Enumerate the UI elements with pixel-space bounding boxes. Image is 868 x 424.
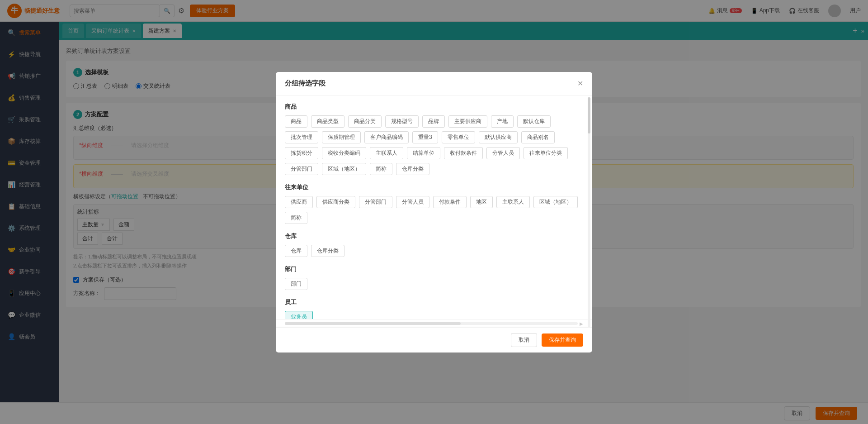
section-product-title: 商品 [285, 103, 583, 111]
section-warehouse: 仓库 仓库 仓库分类 [285, 232, 583, 257]
field-weight3[interactable]: 重量3 [412, 131, 438, 143]
field-default-warehouse[interactable]: 默认仓库 [517, 115, 551, 128]
field-short-name2[interactable]: 简称 [285, 212, 307, 224]
modal-body[interactable]: 商品 商品 商品类型 商品分类 规格型号 品牌 主要供应商 产地 默认仓库 批次… [276, 95, 592, 319]
field-supplier[interactable]: 供应商 [285, 196, 313, 208]
modal-header: 分组待选字段 ✕ [276, 72, 592, 95]
field-settlement-unit[interactable]: 结算单位 [407, 147, 440, 159]
warehouse-field-grid: 仓库 仓库分类 [285, 245, 583, 257]
field-main-contact[interactable]: 主联系人 [370, 147, 403, 159]
field-payment-cond[interactable]: 付款条件 [433, 196, 467, 208]
hscroll-right-arrow[interactable]: ▶ [580, 321, 583, 326]
field-payment-terms[interactable]: 收付款条件 [444, 147, 483, 159]
field-product-type[interactable]: 商品类型 [311, 115, 344, 128]
field-shelf-life[interactable]: 保质期管理 [322, 131, 361, 143]
field-wh[interactable]: 仓库 [285, 245, 307, 257]
modal: 分组待选字段 ✕ 商品 商品 商品类型 商品分类 规格型号 品牌 主要供应商 产… [276, 72, 592, 353]
overlay: 分组待选字段 ✕ 商品 商品 商品类型 商品分类 规格型号 品牌 主要供应商 产… [0, 0, 868, 424]
field-short-name[interactable]: 简称 [370, 163, 392, 175]
section-employee-title: 员工 [285, 298, 583, 306]
department-field-grid: 部门 [285, 278, 583, 290]
modal-hscroll: ▶ [276, 319, 592, 327]
section-product: 商品 商品 商品类型 商品分类 规格型号 品牌 主要供应商 产地 默认仓库 批次… [285, 103, 583, 175]
modal-scrollbar-thumb[interactable] [588, 97, 590, 133]
product-field-grid: 商品 商品类型 商品分类 规格型号 品牌 主要供应商 产地 默认仓库 批次管理 … [285, 115, 583, 175]
field-supplier-category[interactable]: 供应商分类 [316, 196, 355, 208]
field-manager[interactable]: 分管人员 [486, 147, 520, 159]
section-department: 部门 部门 [285, 265, 583, 290]
field-product[interactable]: 商品 [285, 115, 307, 128]
hscroll-track[interactable] [285, 322, 578, 325]
field-retail-unit[interactable]: 零售单位 [442, 131, 475, 143]
field-region[interactable]: 区域（地区） [322, 163, 366, 175]
field-area[interactable]: 地区 [470, 196, 493, 208]
employee-field-grid: 业务员 [285, 311, 583, 319]
field-product-category[interactable]: 商品分类 [348, 115, 382, 128]
modal-save-button[interactable]: 保存并查询 [542, 333, 583, 347]
field-default-supplier[interactable]: 默认供应商 [479, 131, 518, 143]
section-warehouse-title: 仓库 [285, 232, 583, 240]
field-spec-model[interactable]: 规格型号 [385, 115, 419, 128]
field-person-mgmt[interactable]: 分管人员 [396, 196, 429, 208]
field-origin[interactable]: 产地 [491, 115, 514, 128]
field-pick-points[interactable]: 拣货积分 [285, 147, 318, 159]
field-main-contact2[interactable]: 主联系人 [496, 196, 530, 208]
modal-scrollbar-track[interactable] [588, 97, 590, 327]
section-partner-title: 往来单位 [285, 183, 583, 191]
modal-body-separator [276, 327, 592, 327]
field-warehouse-cat[interactable]: 仓库分类 [396, 163, 429, 175]
field-brand[interactable]: 品牌 [422, 115, 445, 128]
field-batch-mgmt[interactable]: 批次管理 [285, 131, 318, 143]
modal-footer: 取消 保存并查询 [276, 327, 592, 353]
modal-close-button[interactable]: ✕ [577, 79, 583, 88]
section-department-title: 部门 [285, 265, 583, 273]
field-dept-in-charge[interactable]: 分管部门 [285, 163, 318, 175]
field-tax-code[interactable]: 税收分类编码 [322, 147, 366, 159]
section-partner: 往来单位 供应商 供应商分类 分管部门 分管人员 付款条件 地区 主联系人 区域… [285, 183, 583, 224]
field-dept[interactable]: 部门 [285, 278, 307, 290]
modal-title: 分组待选字段 [285, 79, 326, 88]
field-region2[interactable]: 区域（地区） [533, 196, 578, 208]
modal-cancel-button[interactable]: 取消 [511, 333, 537, 347]
partner-field-grid: 供应商 供应商分类 分管部门 分管人员 付款条件 地区 主联系人 区域（地区） … [285, 196, 583, 224]
field-product-alias[interactable]: 商品别名 [521, 131, 555, 143]
field-customer-code[interactable]: 客户商品编码 [364, 131, 409, 143]
field-dept-mgmt[interactable]: 分管部门 [359, 196, 392, 208]
section-employee: 员工 业务员 [285, 298, 583, 319]
field-partner-category[interactable]: 往来单位分类 [524, 147, 568, 159]
field-main-supplier[interactable]: 主要供应商 [448, 115, 487, 128]
field-wh-category[interactable]: 仓库分类 [311, 245, 344, 257]
hscroll-thumb[interactable] [285, 322, 461, 325]
field-salesperson[interactable]: 业务员 [285, 311, 313, 319]
